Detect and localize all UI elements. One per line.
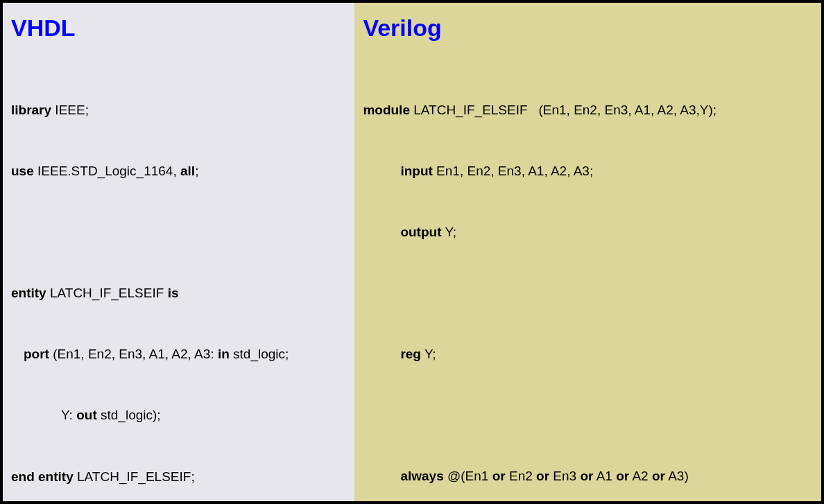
vhdl-code: library IEEE; use IEEE.STD_Logic_1164, a…	[11, 59, 346, 504]
verilog-code: module LATCH_IF_ELSEIF (En1, En2, En3, A…	[363, 59, 813, 504]
vhdl-title: VHDL	[11, 10, 346, 46]
vhdl-panel: VHDL library IEEE; use IEEE.STD_Logic_11…	[3, 3, 354, 501]
verilog-title: Verilog	[363, 10, 813, 46]
verilog-panel: Verilog module LATCH_IF_ELSEIF (En1, En2…	[354, 3, 821, 501]
comparison-container: VHDL library IEEE; use IEEE.STD_Logic_11…	[3, 3, 821, 501]
